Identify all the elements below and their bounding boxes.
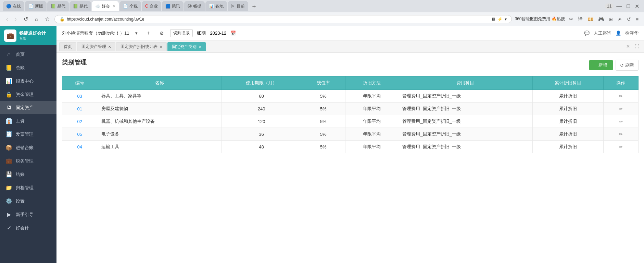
cell-code[interactable]: 01	[62, 103, 97, 115]
cell-code[interactable]: 05	[62, 128, 97, 141]
tax-icon: 💼	[5, 158, 12, 164]
consult-label[interactable]: 人工咨询	[594, 30, 611, 36]
scissors-icon[interactable]: ✂	[568, 16, 574, 23]
game-icon[interactable]: 🎮	[597, 16, 605, 23]
search-bar[interactable]: 360智能抠图免费用 🔥热搜	[515, 16, 565, 22]
refresh-button[interactable]: ↺ 刷新	[616, 60, 639, 71]
chevron-down-icon[interactable]: ▾	[505, 17, 507, 22]
address-bar[interactable]: 🔒 https://cloud.chanjet.com/accounting/u…	[54, 15, 512, 23]
close-panel-button[interactable]: ✕	[624, 43, 632, 50]
tab-label: 固定资产管理	[81, 44, 106, 50]
sidebar-item-tax[interactable]: 💼 税务管理	[0, 154, 56, 168]
home-button[interactable]: ⌂	[33, 15, 40, 23]
table-header: 编号 名称 使用期限（月） 残值率 折旧方法 费用科目 累计折旧科目 操作	[62, 76, 639, 90]
table-row: 04 运输工具 48 5% 年限平均 管理费用_固定资产折旧_一级 累计折旧 ✏	[62, 141, 639, 153]
sidebar-item-reports[interactable]: 📊 报表中心	[0, 74, 56, 88]
page-tab-category[interactable]: 固定资产类别 ✕	[167, 42, 206, 51]
sidebar-item-invoice[interactable]: 🧾 发票管理	[0, 128, 56, 141]
calendar-icon[interactable]: 📅	[230, 31, 236, 36]
add-button[interactable]: + 新增	[589, 60, 613, 70]
tab-yid2[interactable]: 📗 易代	[70, 1, 91, 11]
cell-method: 年限平均	[345, 128, 398, 141]
cell-code[interactable]: 02	[62, 115, 97, 128]
forward-button[interactable]: ›	[13, 15, 18, 23]
ledger-icon: 📒	[5, 64, 12, 71]
tab-hao[interactable]: ☁️ 好会 ✕	[92, 1, 119, 11]
tab-teng[interactable]: 🟦 腾讯	[162, 1, 184, 11]
account-dropdown-button[interactable]: ▾	[133, 30, 140, 36]
tab-label: 新版	[35, 3, 43, 9]
tab-muq[interactable]: 🅂 目前	[228, 1, 248, 11]
cell-expense: 管理费用_固定资产折旧_一级	[398, 141, 532, 153]
brightness-icon[interactable]: ☀	[616, 16, 623, 23]
lightning-icon[interactable]: ⚡	[497, 17, 503, 22]
edit-icon[interactable]: ✏	[619, 106, 623, 111]
cell-months: 48	[222, 141, 301, 153]
grid-icon[interactable]: ⊞	[607, 16, 614, 23]
tab-label: 在线	[13, 3, 21, 9]
page-tab-home[interactable]: 首页	[59, 42, 76, 51]
history-icon[interactable]: ↺	[626, 16, 632, 23]
tab-ges[interactable]: 📄 个税	[119, 1, 141, 11]
cell-accumulated: 累计折旧	[532, 103, 603, 115]
cell-accumulated: 累计折旧	[532, 115, 603, 128]
sidebar-item-more[interactable]: ✓ 好会计	[0, 221, 56, 235]
bookmark-button[interactable]: ☆	[43, 15, 52, 23]
tab-label: 畅提	[193, 3, 201, 9]
cell-name: 电子设备	[97, 128, 222, 141]
search-label: 360智能抠图免费用 🔥热搜	[515, 16, 565, 22]
close-button[interactable]: ✕	[633, 2, 641, 10]
currency-icon[interactable]: 💴	[586, 16, 595, 23]
page-tab-fixed-assets-mgmt[interactable]: 固定资产管理 ✕	[77, 42, 115, 51]
tab-yid1[interactable]: 📗 易代	[47, 1, 69, 11]
sidebar-item-ledger[interactable]: 📒 总账	[0, 61, 56, 74]
tab-chang[interactable]: Ⓜ 畅提	[184, 1, 205, 11]
minimize-button[interactable]: —	[614, 2, 624, 10]
settings-button[interactable]: ⚙	[157, 30, 166, 37]
edit-icon[interactable]: ✏	[619, 132, 623, 137]
menu-icon[interactable]: ≡	[634, 16, 640, 23]
tab-close-icon[interactable]: ✕	[113, 4, 115, 8]
sidebar-item-guide[interactable]: ▶ 新手引导	[0, 208, 56, 221]
edit-icon[interactable]: ✏	[619, 94, 623, 99]
header-bar: 刘小艳演示账套（勿删勿动！）11 ▾ ＋ ⚙ 切到旧版 账期 2023-12 📅…	[56, 26, 644, 40]
tab-icon: 📊	[209, 4, 214, 9]
address-text: https://cloud.chanjet.com/accounting/uw1…	[67, 17, 489, 22]
col-code: 编号	[62, 76, 97, 90]
edit-icon[interactable]: ✏	[619, 119, 623, 124]
edit-icon[interactable]: ✏	[619, 144, 623, 150]
sidebar-item-fixed-assets[interactable]: 🖥 固定资产	[0, 101, 56, 114]
cell-months: 120	[222, 115, 301, 128]
new-tab-button[interactable]: ＋	[249, 1, 259, 11]
sidebar-item-salary[interactable]: 👔 工资	[0, 114, 56, 128]
cell-code[interactable]: 04	[62, 141, 97, 153]
tab-qiye[interactable]: C 企业	[142, 1, 161, 11]
tab-zaix[interactable]: 🔵 在线	[3, 1, 24, 11]
site-info-icon[interactable]: 🖥	[491, 17, 495, 22]
translate-icon[interactable]: 译	[577, 15, 584, 23]
sidebar-item-home[interactable]: ⌂ 首页	[0, 48, 56, 61]
sidebar-item-funds[interactable]: 🔒 资金管理	[0, 88, 56, 101]
expand-panel-button[interactable]: ⛶	[633, 43, 641, 50]
cell-code[interactable]: 03	[62, 90, 97, 103]
add-account-button[interactable]: ＋	[144, 29, 153, 37]
reload-button[interactable]: ↺	[22, 15, 30, 23]
sidebar-item-checkout[interactable]: 💾 结账	[0, 168, 56, 181]
sidebar-item-purchase[interactable]: 📦 进销台账	[0, 141, 56, 154]
tab-xinb[interactable]: 📄 新版	[25, 1, 47, 11]
sidebar-item-archive[interactable]: 📁 归档管理	[0, 181, 56, 194]
cell-name: 机器、机械和其他生产设备	[97, 115, 222, 128]
user-name-label[interactable]: 徐泽华	[625, 30, 639, 36]
back-button[interactable]: ‹	[4, 15, 10, 23]
switch-version-button[interactable]: 切到旧版	[170, 29, 193, 37]
page-tab-close-icon[interactable]: ✕	[199, 45, 201, 49]
maximize-button[interactable]: □	[624, 2, 632, 10]
browser-nav: ‹ › ↺ ⌂ ☆ 🔒 https://cloud.chanjet.com/ac…	[0, 12, 644, 26]
page-tab-close-icon[interactable]: ✕	[160, 45, 162, 49]
page-tab-depreciation-stats[interactable]: 固定资产折旧统计表 ✕	[116, 42, 167, 51]
sidebar-item-settings[interactable]: ⚙️ 设置	[0, 194, 56, 208]
page-tab-close-icon[interactable]: ✕	[108, 45, 111, 49]
tab-gedi[interactable]: 📊 各地	[205, 1, 227, 11]
period-value: 2023-12	[210, 31, 226, 36]
purchase-icon: 📦	[5, 144, 12, 151]
